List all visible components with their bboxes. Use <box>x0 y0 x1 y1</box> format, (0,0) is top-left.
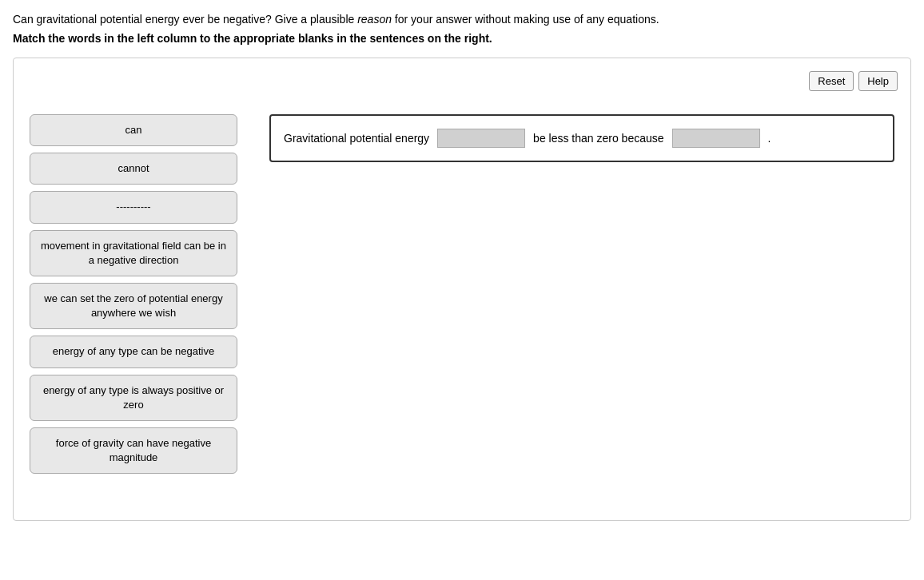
word-card-separator[interactable]: ---------- <box>30 191 237 223</box>
reset-button[interactable]: Reset <box>809 71 854 91</box>
question-text: Can gravitational potential energy ever … <box>13 13 911 26</box>
sentence-1: Gravitational potential energy be less t… <box>269 114 894 162</box>
word-card-energy-negative[interactable]: energy of any type can be negative <box>30 336 237 367</box>
content-area: cancannot----------movement in gravitati… <box>30 114 894 474</box>
right-column: Gravitational potential energy be less t… <box>269 114 894 474</box>
drop-blank-2[interactable] <box>672 129 760 148</box>
drop-blank-1[interactable] <box>437 129 525 148</box>
sentence-after: . <box>768 132 771 145</box>
word-card-cannot[interactable]: cannot <box>30 153 237 185</box>
word-card-movement[interactable]: movement in gravitational field can be i… <box>30 230 237 276</box>
action-buttons: Reset Help <box>809 71 898 91</box>
match-container: Reset Help cancannot----------movement i… <box>13 58 911 521</box>
word-card-can[interactable]: can <box>30 114 237 146</box>
word-card-energy-positive[interactable]: energy of any type is always positive or… <box>30 375 237 421</box>
word-card-zero-potential[interactable]: we can set the zero of potential energy … <box>30 283 237 329</box>
sentence-before: Gravitational potential energy <box>284 132 429 145</box>
instruction-text: Match the words in the left column to th… <box>13 32 911 45</box>
help-button[interactable]: Help <box>858 71 898 91</box>
left-column: cancannot----------movement in gravitati… <box>30 114 237 474</box>
sentence-middle: be less than zero because <box>533 132 663 145</box>
word-card-gravity-negative[interactable]: force of gravity can have negative magni… <box>30 427 237 474</box>
